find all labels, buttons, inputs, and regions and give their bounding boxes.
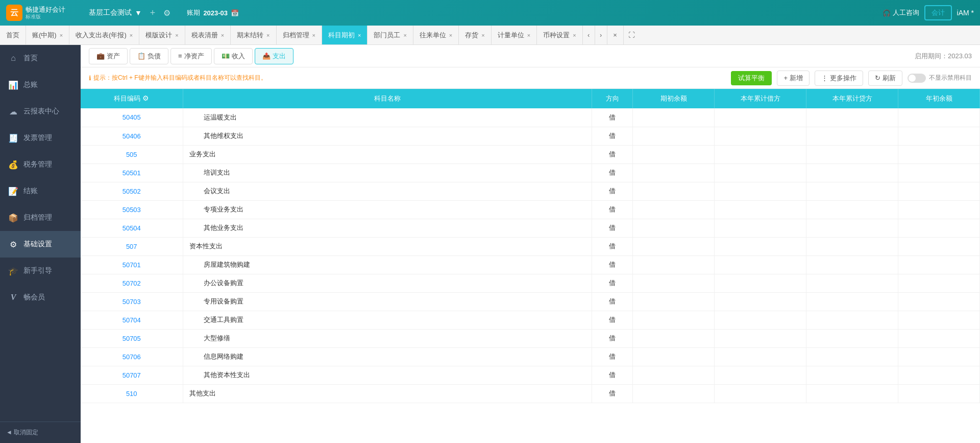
table-row[interactable]: 50704交通工具购置借 [81, 311, 980, 329]
calendar-icon[interactable]: 📅 [231, 9, 239, 17]
sidebar-item-home[interactable]: ⌂ 首页 [0, 45, 81, 72]
tab-close-currency[interactable]: × [573, 32, 576, 38]
sub-tab-net-assets[interactable]: ≡ 净资产 [170, 48, 212, 64]
table-row[interactable]: 50502会议支出借 [81, 182, 980, 200]
tab-close-all[interactable]: × [607, 26, 624, 45]
tab-close-subject[interactable]: × [358, 32, 361, 38]
cell-debit [715, 347, 806, 366]
sidebar-item-archive[interactable]: 📦 归档管理 [0, 204, 81, 231]
tab-subject-init[interactable]: 科目期初 × [322, 26, 368, 45]
sub-tab-liabilities[interactable]: 📋 负债 [130, 48, 168, 64]
cell-balance [633, 292, 715, 311]
table-row[interactable]: 50703专用设备购置借 [81, 292, 980, 311]
table-row[interactable]: 50406其他维权支出借 [81, 127, 980, 145]
sidebar-item-close[interactable]: 📝 结账 [0, 178, 81, 204]
tab-close-tax[interactable]: × [221, 32, 224, 38]
cell-credit [806, 329, 898, 347]
tab-nav-next[interactable]: › [595, 26, 607, 45]
account-button[interactable]: 会计 [924, 5, 952, 20]
refresh-button[interactable]: ↻ 刷新 [868, 71, 902, 86]
tab-expand[interactable]: ⛶ [624, 26, 640, 45]
top-header: 云 畅捷通好会计 标准版 基层工会测试 ▼ + ⚙ 账期 2023-03 📅 🎧… [0, 0, 980, 26]
table-row[interactable]: 50501培训支出借 [81, 164, 980, 182]
sidebar-item-basic[interactable]: ⚙ 基础设置 [0, 231, 81, 258]
table-row[interactable]: 50405运温暖支出借 [81, 108, 980, 127]
table-row[interactable]: 50701房屋建筑物购建借 [81, 255, 980, 274]
sidebar-item-tax[interactable]: 💰 税务管理 [0, 151, 81, 178]
tab-close-unit[interactable]: × [527, 32, 530, 38]
sidebar-label-tax: 税务管理 [23, 160, 52, 169]
sidebar-item-report[interactable]: ☁ 云报表中心 [0, 98, 81, 125]
add-button[interactable]: + 新增 [777, 71, 810, 86]
table-row[interactable]: 50503专项业务支出借 [81, 200, 980, 219]
toggle-track[interactable] [908, 74, 926, 83]
cell-balance [633, 237, 715, 255]
collapse-button[interactable]: ◄ 取消固定 [6, 428, 75, 437]
cell-balance [633, 274, 715, 292]
sidebar-item-ledger[interactable]: 📊 总账 [0, 72, 81, 98]
cell-debit [715, 384, 806, 403]
sidebar-item-member[interactable]: V 畅会员 [0, 284, 81, 311]
sub-tab-expenditure[interactable]: 📤 支出 [255, 48, 293, 64]
liabilities-icon: 📋 [137, 52, 145, 60]
tab-period-end[interactable]: 期末结转 × [231, 26, 276, 45]
tab-close-annual[interactable]: × [130, 32, 133, 38]
table-row[interactable]: 50705大型修缮借 [81, 329, 980, 347]
close-icon: 📝 [8, 186, 18, 196]
table-row[interactable]: 510其他支出借 [81, 384, 980, 403]
toolbar-right: 试算平衡 + 新增 ⋮ 更多操作 ↻ 刷新 不显示禁用科目 [731, 71, 972, 86]
tab-mid-period[interactable]: 账(中期) × [26, 26, 69, 45]
tab-close-template[interactable]: × [175, 32, 178, 38]
cell-credit [806, 108, 898, 127]
more-button[interactable]: ⋮ 更多操作 [815, 71, 863, 86]
tab-nav-prev[interactable]: ‹ [583, 26, 595, 45]
tab-template[interactable]: 模版设计 × [139, 26, 185, 45]
cell-credit [806, 200, 898, 219]
tab-close-period-end[interactable]: × [266, 32, 270, 38]
tab-partner[interactable]: 往来单位 × [413, 26, 459, 45]
table-row[interactable]: 507资本性支出借 [81, 237, 980, 255]
table-row[interactable]: 50706信息网络购建借 [81, 347, 980, 366]
cell-code: 50504 [81, 219, 183, 237]
tab-close-dept[interactable]: × [403, 32, 406, 38]
tab-unit[interactable]: 计量单位 × [492, 26, 537, 45]
col-settings-icon[interactable]: ⚙ [142, 94, 149, 102]
tab-home[interactable]: 首页 [0, 26, 26, 45]
project-dropdown-icon[interactable]: ▼ [135, 9, 142, 17]
cell-code: 510 [81, 384, 183, 403]
cell-balance [633, 127, 715, 145]
cell-name: 大型修缮 [183, 329, 592, 347]
tab-archive[interactable]: 归档管理 × [277, 26, 322, 45]
tab-annual-report[interactable]: 收入支出表(年报) × [69, 26, 139, 45]
sub-tab-income[interactable]: 💵 收入 [214, 48, 253, 64]
tab-inventory[interactable]: 存货 × [459, 26, 491, 45]
table-row[interactable]: 50504其他业务支出借 [81, 219, 980, 237]
tab-bar: 首页 账(中期) × 收入支出表(年报) × 模版设计 × 税表清册 × 期末结… [0, 26, 980, 45]
tab-close-archive[interactable]: × [312, 32, 315, 38]
table-row[interactable]: 50702办公设备购置借 [81, 274, 980, 292]
sidebar-item-invoice[interactable]: 🧾 发票管理 [0, 125, 81, 151]
sub-tab-assets[interactable]: 💼 资产 [89, 48, 128, 64]
settings-icon[interactable]: ⚙ [163, 8, 170, 18]
cell-direction: 借 [592, 237, 633, 255]
table-row[interactable]: 505业务支出借 [81, 145, 980, 164]
tab-close-partner[interactable]: × [449, 32, 452, 38]
tab-close-inventory[interactable]: × [481, 32, 484, 38]
tab-close-mid-period[interactable]: × [60, 32, 63, 38]
tax-icon: 💰 [8, 160, 18, 170]
cell-name: 交通工具购置 [183, 311, 592, 329]
tab-tax[interactable]: 税表清册 × [185, 26, 231, 45]
table-row[interactable]: 50707其他资本性支出借 [81, 366, 980, 384]
tab-dept[interactable]: 部门员工 × [368, 26, 413, 45]
ledger-icon: 📊 [8, 80, 18, 90]
cell-code: 50503 [81, 200, 183, 219]
sidebar-item-guide[interactable]: 🎓 新手引导 [0, 258, 81, 284]
help-button[interactable]: 🎧 人工咨询 [883, 8, 919, 17]
balance-button[interactable]: 试算平衡 [731, 71, 772, 85]
cell-credit [806, 347, 898, 366]
assets-icon: 💼 [96, 52, 105, 60]
project-area[interactable]: 基层工会测试 ▼ [89, 8, 142, 17]
cell-code: 50703 [81, 292, 183, 311]
logo-area: 云 畅捷通好会计 标准版 [6, 5, 83, 21]
tab-currency[interactable]: 币种设置 × [537, 26, 582, 45]
